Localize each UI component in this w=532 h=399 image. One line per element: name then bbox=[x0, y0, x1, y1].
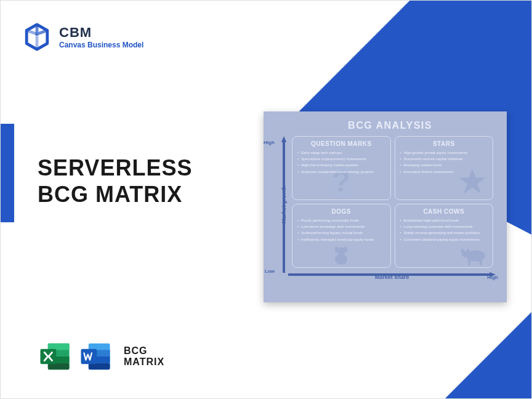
quadrant-list: Poorly performing commodity funds Low-re… bbox=[297, 217, 385, 243]
list-item: High-risk emerging market equities bbox=[297, 162, 385, 168]
hexagon-logo-icon bbox=[22, 22, 52, 52]
list-item: Long-standing corporate debt investments bbox=[400, 224, 488, 230]
bcg-matrix-card: BCG ANALYSIS High Market growth Low ? QU… bbox=[264, 111, 507, 302]
quadrant-dogs: DOGS Poorly performing commodity funds L… bbox=[292, 204, 391, 268]
quadrant-list: High-growth private equity investments S… bbox=[400, 150, 488, 175]
matrix-body: High Market growth Low ? QUESTION MARKS … bbox=[284, 136, 496, 290]
quadrant-list: Established high-yield bond funds Long-s… bbox=[400, 217, 488, 243]
excel-icon bbox=[38, 339, 72, 374]
svg-rect-16 bbox=[480, 259, 482, 265]
y-axis-label: Market growth bbox=[281, 185, 287, 224]
list-item: Poorly performing commodity funds bbox=[297, 217, 385, 224]
x-axis-label: Market share bbox=[375, 274, 409, 280]
y-axis: High Market growth Low bbox=[280, 136, 288, 273]
x-axis: Market share High bbox=[288, 270, 496, 279]
quadrant-title: QUESTION MARKS bbox=[297, 140, 385, 147]
dog-icon bbox=[330, 245, 352, 267]
list-item: Underperforming legacy mutual funds bbox=[297, 230, 385, 236]
list-item: Early-stage tech startups bbox=[297, 150, 385, 156]
y-axis-low-label: Low bbox=[265, 268, 275, 274]
page-title: SERVERLESS BCG MATRIX bbox=[38, 155, 192, 208]
corner-decoration-bottom-right bbox=[445, 312, 531, 398]
cow-icon bbox=[461, 245, 489, 267]
logo-title: CBM bbox=[59, 25, 143, 41]
accent-bar-left bbox=[1, 124, 14, 222]
slide-page: CBM Canvas Business Model SERVERLESS BCG… bbox=[0, 0, 532, 399]
svg-rect-15 bbox=[468, 259, 470, 265]
list-item: Emerging market funds bbox=[400, 162, 488, 168]
svg-point-18 bbox=[461, 249, 464, 254]
footer-line-1: BCG bbox=[124, 345, 164, 357]
list-item: Low-return sovereign debt investments bbox=[297, 224, 385, 230]
list-item: Successful venture capital initiatives bbox=[400, 156, 488, 162]
list-item: Inefficiently managed small-cap equity f… bbox=[297, 236, 385, 243]
svg-point-13 bbox=[344, 246, 348, 252]
quadrant-question-marks: ? QUESTION MARKS Early-stage tech startu… bbox=[292, 136, 391, 200]
title-line-1: SERVERLESS bbox=[38, 155, 192, 181]
list-item: Unproven sustainable/green energy projec… bbox=[297, 169, 385, 175]
footer-block: BCG MATRIX bbox=[38, 339, 164, 374]
list-item: Established high-yield bond funds bbox=[400, 217, 488, 224]
quadrant-title: DOGS bbox=[297, 208, 385, 215]
y-axis-high-label: High bbox=[264, 140, 275, 145]
svg-point-10 bbox=[335, 254, 347, 264]
list-item: High-growth private equity investments bbox=[400, 150, 488, 156]
matrix-title: BCG ANALYSIS bbox=[284, 120, 496, 131]
svg-point-19 bbox=[467, 249, 470, 254]
word-icon bbox=[78, 339, 113, 374]
logo-block: CBM Canvas Business Model bbox=[22, 22, 143, 52]
title-line-2: BCG MATRIX bbox=[38, 181, 192, 208]
quadrant-list: Early-stage tech startups Speculative cr… bbox=[297, 150, 385, 175]
quadrant-stars: STARS High-growth private equity investm… bbox=[395, 136, 494, 200]
list-item: Stable income-generating real estate por… bbox=[400, 230, 488, 236]
list-item: Innovative fintech investments bbox=[400, 169, 488, 175]
matrix-grid: ? QUESTION MARKS Early-stage tech startu… bbox=[292, 136, 493, 268]
quadrant-title: CASH COWS bbox=[400, 208, 488, 215]
svg-point-12 bbox=[335, 246, 339, 252]
list-item: Speculative cryptocurrency investments bbox=[297, 156, 385, 162]
quadrant-cash-cows: CASH COWS Established high-yield bond fu… bbox=[395, 204, 494, 268]
logo-subtitle: Canvas Business Model bbox=[59, 41, 143, 49]
x-axis-high-label: High bbox=[487, 275, 498, 280]
quadrant-title: STARS bbox=[400, 140, 488, 147]
list-item: Consistent dividend-paying equity invest… bbox=[400, 236, 488, 243]
footer-line-2: MATRIX bbox=[124, 357, 164, 368]
